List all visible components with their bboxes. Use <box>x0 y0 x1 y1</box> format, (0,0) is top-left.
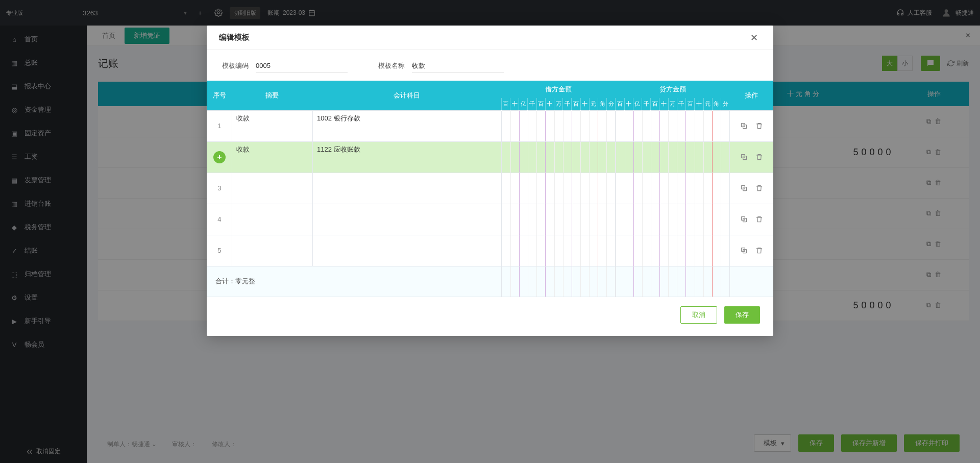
edit-template-dialog: 编辑模板 ✕ 模板编码 模板名称 序号 摘要 会计科目 <box>207 26 773 336</box>
digit-header: 十 <box>545 98 554 110</box>
template-code-input[interactable] <box>256 59 348 72</box>
template-name-label: 模板名称 <box>378 61 405 70</box>
row-seq: 3 <box>207 173 232 204</box>
row-seq: + <box>207 141 232 173</box>
digit-header: 千 <box>563 98 572 110</box>
row-summary[interactable] <box>232 173 312 204</box>
delete-row-icon[interactable] <box>753 214 765 225</box>
digit-header: 十 <box>580 98 589 110</box>
row-summary[interactable]: 收款 <box>232 110 312 141</box>
table-row[interactable]: 1收款1002 银行存款 <box>207 110 773 141</box>
row-debit[interactable] <box>501 173 616 204</box>
row-subject[interactable] <box>313 235 502 266</box>
template-table: 序号 摘要 会计科目 借方金额 贷方金额 操作 百十亿千百十万千百十元角分百十亿… <box>207 81 773 297</box>
digit-header: 十 <box>659 98 668 110</box>
table-row[interactable]: 4 <box>207 204 773 235</box>
row-seq: 4 <box>207 204 232 235</box>
row-seq: 5 <box>207 235 232 266</box>
row-summary[interactable] <box>232 204 312 235</box>
copy-row-icon[interactable] <box>738 152 749 163</box>
digit-header: 百 <box>616 98 624 110</box>
row-debit[interactable] <box>501 141 616 173</box>
row-subject[interactable] <box>313 204 502 235</box>
copy-row-icon[interactable] <box>738 245 749 256</box>
table-row[interactable]: 5 <box>207 235 773 266</box>
th-seq: 序号 <box>207 81 232 110</box>
dialog-save-button[interactable]: 保存 <box>724 306 760 324</box>
row-debit[interactable] <box>501 204 616 235</box>
row-debit[interactable] <box>501 235 616 266</box>
row-credit[interactable] <box>616 110 730 141</box>
th-credit: 贷方金额 <box>616 81 730 98</box>
row-subject[interactable]: 1002 银行存款 <box>313 110 502 141</box>
digit-header: 千 <box>528 98 536 110</box>
th-op: 操作 <box>730 81 773 110</box>
table-row[interactable]: +收款1122 应收账款 <box>207 141 773 173</box>
digit-header: 角 <box>712 98 721 110</box>
row-credit[interactable] <box>616 235 730 266</box>
digit-header: 亿 <box>519 98 528 110</box>
copy-row-icon[interactable] <box>738 214 749 225</box>
digit-header: 分 <box>721 98 729 110</box>
total-label: 合计：零元整 <box>207 266 502 297</box>
digit-header: 十 <box>510 98 519 110</box>
digit-header: 元 <box>703 98 712 110</box>
row-credit[interactable] <box>616 204 730 235</box>
digit-header: 百 <box>651 98 659 110</box>
digit-header: 角 <box>598 98 607 110</box>
cancel-button[interactable]: 取消 <box>680 306 717 324</box>
digit-header: 百 <box>501 98 510 110</box>
digit-header: 百 <box>686 98 695 110</box>
digit-header: 十 <box>624 98 633 110</box>
digit-header: 亿 <box>633 98 642 110</box>
th-subject: 会计科目 <box>313 81 502 110</box>
digit-header: 十 <box>695 98 703 110</box>
delete-row-icon[interactable] <box>753 152 765 163</box>
delete-row-icon[interactable] <box>753 183 765 194</box>
row-summary[interactable] <box>232 235 312 266</box>
template-name-input[interactable] <box>412 59 504 72</box>
row-subject[interactable] <box>313 173 502 204</box>
th-debit: 借方金额 <box>501 81 616 98</box>
digit-header: 万 <box>554 98 563 110</box>
digit-header: 万 <box>668 98 677 110</box>
row-debit[interactable] <box>501 110 616 141</box>
row-credit[interactable] <box>616 141 730 173</box>
digit-header: 千 <box>677 98 685 110</box>
delete-row-icon[interactable] <box>753 120 765 132</box>
digit-header: 分 <box>607 98 616 110</box>
delete-row-icon[interactable] <box>753 245 765 256</box>
template-code-label: 模板编码 <box>222 61 249 70</box>
digit-header: 百 <box>536 98 545 110</box>
row-credit[interactable] <box>616 173 730 204</box>
row-summary[interactable]: 收款 <box>232 141 312 173</box>
close-icon[interactable]: ✕ <box>747 31 761 45</box>
table-row[interactable]: 3 <box>207 173 773 204</box>
digit-header: 百 <box>572 98 580 110</box>
copy-row-icon[interactable] <box>738 120 749 132</box>
add-row-icon[interactable]: + <box>213 151 226 163</box>
row-subject[interactable]: 1122 应收账款 <box>313 141 502 173</box>
digit-header: 元 <box>589 98 598 110</box>
row-seq: 1 <box>207 110 232 141</box>
th-summary: 摘要 <box>232 81 312 110</box>
dialog-title: 编辑模板 <box>219 33 250 42</box>
digit-header: 千 <box>642 98 651 110</box>
copy-row-icon[interactable] <box>738 183 749 194</box>
